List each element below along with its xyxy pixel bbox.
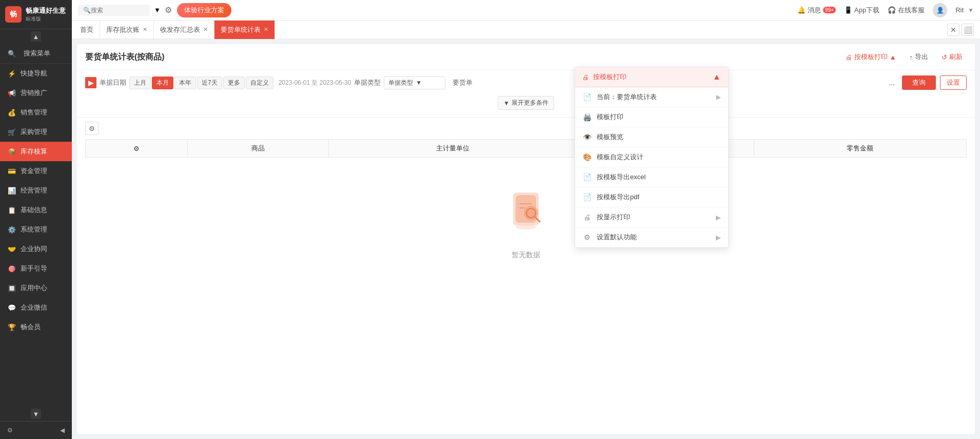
sidebar-item-guide[interactable]: 🎯 新手引导: [0, 259, 72, 278]
export-btn[interactable]: ↑ 导出: [906, 50, 933, 64]
table-section: ⚙ ⚙ 商品 主计量单位 主数量 零售金额: [77, 118, 975, 291]
search-icon: 🔍: [83, 7, 91, 14]
appstore-icon: 🔲: [7, 283, 16, 293]
table-header-row: ⚙ 商品 主计量单位 主数量 零售金额: [86, 140, 967, 158]
dropdown-group-set-default[interactable]: ⚙ 设置默认功能 ▶: [575, 227, 728, 247]
tab-home[interactable]: 首页: [74, 21, 100, 39]
sidebar-item-marketing[interactable]: 📢 营销推广: [0, 83, 72, 103]
top-search-container: 🔍: [78, 5, 150, 16]
refresh-btn[interactable]: ↺ 刷新: [937, 50, 967, 64]
dropdown-item-template-preview[interactable]: 👁️ 模板预览: [575, 127, 728, 147]
filter-bar: ▶ 单据日期 上月 本月 本年 近7天: [77, 70, 975, 118]
printer-icon: 🖨: [846, 53, 852, 61]
sidebar-item-collab[interactable]: 🤝 企业协同: [0, 239, 72, 259]
select-chevron-icon: ▼: [416, 79, 441, 86]
query-button[interactable]: 查询: [902, 75, 936, 90]
sidebar-item-member[interactable]: 🏆 畅会员: [0, 317, 72, 337]
app-logo-text: 畅康通好生意 标准版: [26, 6, 66, 23]
export-icon: ↑: [910, 53, 913, 61]
sidebar-collapse-btn[interactable]: ◀: [60, 427, 65, 434]
tab-close-all-btn[interactable]: ✕: [947, 24, 959, 36]
top-search-input[interactable]: [91, 7, 142, 14]
sidebar-settings-btn[interactable]: ⚙: [7, 427, 13, 434]
messages-btn[interactable]: 🔔 消息 99+: [797, 6, 836, 15]
dropdown-group-display-print[interactable]: 🖨 按显示打印 ▶: [575, 207, 728, 227]
sidebar-item-inventory[interactable]: 📦 库存核算: [0, 142, 72, 161]
expand-area: ▼ 展开更多条件: [85, 94, 967, 112]
sidebar-item-basics[interactable]: 📋 基础信息: [0, 200, 72, 220]
date-custom-btn[interactable]: 自定义: [246, 77, 273, 89]
template-preview-icon: 👁️: [582, 132, 592, 142]
tab-batch-account[interactable]: 库存批次账 ✕: [100, 21, 154, 39]
sidebar-scroll-up[interactable]: ▲: [31, 31, 41, 42]
sales-icon: 💰: [7, 108, 16, 117]
main-content: 🔍 ▼ ⚙ 体验行业方案 🔔 消息 99+ 📱 App下载 🎧 在线客服 👤: [72, 0, 980, 439]
app-download-btn[interactable]: 📱 App下载: [844, 6, 879, 15]
col-product: 商品: [188, 140, 329, 158]
dropdown-close-btn[interactable]: ▲: [713, 73, 721, 81]
sidebar-nav: 🔍 搜索菜单 ⚡ 快捷导航 📢 营销推广 💰 销售管理 🛒 采购管理 📦 库存核…: [0, 44, 72, 407]
tab-collection-summary[interactable]: 收发存汇总表 ✕: [154, 21, 214, 39]
filter-collapse-btn[interactable]: ▶: [85, 77, 96, 88]
tab-batch-account-close[interactable]: ✕: [143, 26, 147, 33]
sidebar-item-finance[interactable]: 💳 资金管理: [0, 161, 72, 181]
sidebar-item-sales[interactable]: 💰 销售管理: [0, 103, 72, 122]
page-header: 要货单统计表(按商品) 🖨 按模板打印 ▲ ↑ 导出 ↺ 刷新: [77, 44, 975, 70]
sidebar-scroll-down[interactable]: ▼: [31, 409, 41, 419]
page-content: 要货单统计表(按商品) 🖨 按模板打印 ▲ ↑ 导出 ↺ 刷新: [72, 39, 980, 439]
dropdown-current-item[interactable]: 📄 当前：要货单统计表 ▶: [575, 87, 728, 107]
date-filter-label: 单据日期: [100, 78, 126, 87]
empty-state-icon: [503, 188, 549, 244]
tab-order-stats-close[interactable]: ✕: [264, 26, 268, 33]
phone-icon: 📱: [844, 6, 852, 14]
order-type-select[interactable]: 单据类型 ▼: [384, 77, 445, 89]
display-print-arrow: ▶: [716, 214, 721, 221]
sidebar-item-quick-nav[interactable]: ⚡ 快捷导航: [0, 64, 72, 83]
sidebar-item-appstore[interactable]: 🔲 应用中心: [0, 278, 72, 298]
top-bar-gear-btn[interactable]: ⚙: [165, 5, 172, 15]
column-settings-btn[interactable]: ⚙: [85, 122, 99, 135]
marketing-icon: 📢: [7, 88, 16, 98]
tab-maximize-btn[interactable]: ⬜: [962, 24, 974, 36]
sidebar-item-system[interactable]: ⚙️ 系统管理: [0, 220, 72, 239]
set-default-icon: ⚙: [582, 233, 592, 242]
dropdown-item-template-print[interactable]: 🖨️ 模板打印: [575, 107, 728, 127]
more-options-btn[interactable]: ...: [886, 78, 898, 88]
headset-icon: 🎧: [888, 6, 896, 14]
weixin-icon: 💬: [7, 303, 16, 312]
top-bar-actions: 🔔 消息 99+ 📱 App下载 🎧 在线客服 👤 Rit ▼: [797, 3, 974, 17]
sidebar-bottom: ⚙ ◀: [0, 421, 72, 439]
date-current-year-btn[interactable]: 本年: [174, 77, 196, 89]
dropdown-item-template-design[interactable]: 🎨 模板自定义设计: [575, 147, 728, 167]
page-inner: 要货单统计表(按商品) 🖨 按模板打印 ▲ ↑ 导出 ↺ 刷新: [77, 44, 975, 434]
sidebar-item-weixin[interactable]: 💬 企业微信: [0, 298, 72, 317]
template-design-icon: 🎨: [582, 152, 592, 162]
sidebar-item-operations[interactable]: 📊 经营管理: [0, 181, 72, 200]
top-bar-chevron: ▼: [154, 6, 161, 14]
experience-btn[interactable]: 体验行业方案: [177, 3, 231, 17]
template-print-chevron-up: ▲: [890, 53, 896, 61]
finance-icon: 💳: [7, 166, 16, 176]
sidebar-item-search[interactable]: 🔍 搜索菜单: [0, 44, 72, 64]
dropdown-item-export-pdf[interactable]: 📄 按模板导出pdf: [575, 187, 728, 207]
template-print-btn[interactable]: 🖨 按模板打印 ▲: [841, 50, 900, 64]
dropdown-item-export-excel[interactable]: 📄 按模板导出excel: [575, 167, 728, 187]
order-type-label: 单据类型: [354, 78, 381, 87]
search-icon: 🔍: [7, 49, 16, 58]
member-icon: 🏆: [7, 322, 16, 332]
settings-button[interactable]: 设置: [940, 75, 967, 90]
col-gear[interactable]: ⚙: [86, 140, 188, 158]
date-buttons: 上月 本月 本年 近7天 更多: [129, 77, 273, 89]
tab-order-stats[interactable]: 要货单统计表 ✕: [214, 21, 275, 39]
expand-more-btn[interactable]: ▼ 展开更多条件: [498, 96, 554, 110]
date-prev-month-btn[interactable]: 上月: [129, 77, 151, 89]
tab-collection-summary-close[interactable]: ✕: [203, 26, 208, 33]
online-service-btn[interactable]: 🎧 在线客服: [888, 6, 925, 15]
date-current-month-btn[interactable]: 本月: [152, 77, 173, 89]
date-more-btn[interactable]: 更多: [223, 77, 245, 89]
sidebar-item-purchase[interactable]: 🛒 采购管理: [0, 122, 72, 142]
expand-icon: ▼: [503, 100, 509, 107]
user-avatar[interactable]: 👤: [933, 3, 947, 17]
current-item-arrow: ▶: [716, 93, 721, 101]
date-last-7-days-btn[interactable]: 近7天: [197, 77, 222, 89]
